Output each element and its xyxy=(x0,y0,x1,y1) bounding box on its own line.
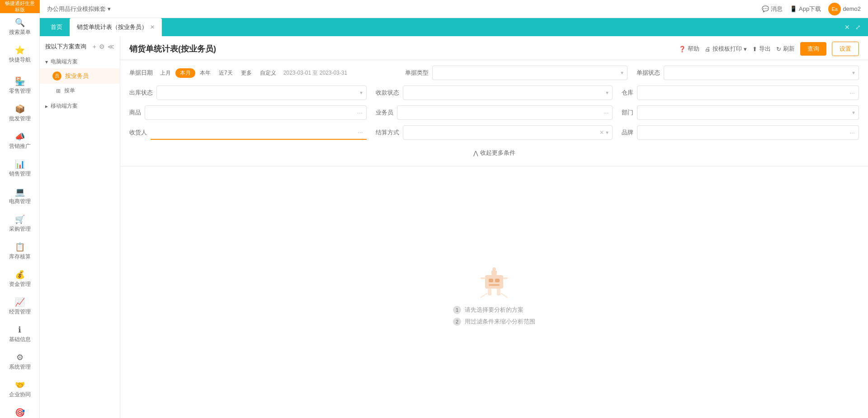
user-profile[interactable]: Ea demo2 xyxy=(828,3,861,15)
salesperson-dots[interactable]: ··· xyxy=(604,109,609,116)
app-download-btn[interactable]: 📱 App下载 xyxy=(790,5,821,13)
date-tabs: 上月 本月 本年 近7天 更多 自定义 xyxy=(156,68,280,78)
doc-status-label: 单据状态 xyxy=(637,69,660,77)
settings-scheme-icon[interactable]: ⚙ xyxy=(99,43,105,50)
sidebar-item-wholesale[interactable]: 📦 批发管理 xyxy=(0,100,39,127)
topbar: 办公用品行业模拟账套 ▾ 💬 消息 📱 App下载 Ea demo2 xyxy=(40,0,868,18)
filter-item-settlement: 结算方式 ✕ ▾ xyxy=(376,125,613,140)
app-download-icon: 📱 xyxy=(790,5,797,12)
export-btn[interactable]: ⬆ 导出 xyxy=(752,45,771,53)
collapse-up-icon: ⋀ xyxy=(473,150,478,157)
warehouse-control[interactable]: ··· xyxy=(637,86,859,100)
message-icon: 💬 xyxy=(762,5,769,12)
sidebar-item-label: 库存核算 xyxy=(9,253,31,261)
brand-control[interactable]: ··· xyxy=(637,125,859,140)
maximize-btn[interactable]: ✕ ⤢ xyxy=(841,24,864,31)
query-btn[interactable]: 查询 xyxy=(800,42,826,56)
sidebar-item-system[interactable]: ⚙ 系统管理 xyxy=(0,348,39,375)
page-header: 销货单统计表(按业务员) ❓ 帮助 🖨 按模板打印 ▾ ⬆ 导出 xyxy=(120,36,868,60)
sidebar-item-marketing[interactable]: 📣 营销推广 xyxy=(0,127,39,155)
date-tab-this-month[interactable]: 本月 xyxy=(175,68,195,78)
basic-info-icon: ℹ xyxy=(18,325,21,335)
sidebar-item-purchase[interactable]: 🛒 采购管理 xyxy=(0,210,39,238)
svg-rect-1 xyxy=(489,279,493,282)
sidebar-item-sales[interactable]: 📊 销售管理 xyxy=(0,155,39,182)
collapse-filters-btn[interactable]: ⋀ 收起更多条件 xyxy=(129,145,859,161)
sidebar-item-finance[interactable]: 💰 资金管理 xyxy=(0,265,39,293)
sidebar-item-retail[interactable]: 🏪 零售管理 xyxy=(0,72,39,100)
settlement-chevron: ▾ xyxy=(606,129,609,136)
filter-item-department: 部门 ▾ xyxy=(622,105,859,120)
breadcrumb-dropdown[interactable]: 办公用品行业模拟账套 ▾ xyxy=(47,5,111,13)
print-btn[interactable]: 🖨 按模板打印 ▾ xyxy=(705,45,747,53)
date-tab-7days[interactable]: 近7天 xyxy=(215,68,236,78)
collapse-panel-icon[interactable]: ≪ xyxy=(108,43,114,50)
sidebar-item-label: 营销推广 xyxy=(9,142,31,150)
logo[interactable]: 畅捷通好生意 标版 xyxy=(0,0,40,13)
tab-sales-stat[interactable]: 销货单统计表（按业务员） ✕ xyxy=(70,18,162,36)
inventory-icon: 📋 xyxy=(15,242,25,252)
filter-row-1: 单据日期 上月 本月 本年 近7天 更多 自定义 2023-03-01 至 20… xyxy=(129,66,859,80)
filter-area: 单据日期 上月 本月 本年 近7天 更多 自定义 2023-03-01 至 20… xyxy=(120,60,868,166)
settings-btn[interactable]: 设置 xyxy=(832,42,859,56)
receiver-control[interactable]: ··· xyxy=(151,125,367,140)
sidebar-item-newuser[interactable]: 🎯 新手引导 xyxy=(0,403,39,418)
sidebar: 畅捷通好生意 标版 🔍 搜索菜单 ⭐ 快捷导航 🏪 零售管理 📦 批发管理 📣 … xyxy=(0,0,40,418)
marketing-icon: 📣 xyxy=(15,132,25,142)
product-dots[interactable]: ··· xyxy=(357,109,363,116)
empty-state: 1 请先选择要分析的方案 2 用过滤条件来缩小分析范围 xyxy=(120,166,868,418)
robot-icon xyxy=(472,259,517,304)
pc-scheme-header[interactable]: ▾ 电脑端方案 xyxy=(40,55,120,68)
stock-status-label: 出库状态 xyxy=(129,89,153,97)
scheme-item-salesperson[interactable]: 员 按业务员 xyxy=(40,68,120,84)
sidebar-item-collab[interactable]: 🤝 企业协同 xyxy=(0,375,39,403)
date-label: 单据日期 xyxy=(129,69,153,77)
product-label: 商品 xyxy=(129,109,141,117)
stock-status-control[interactable]: ▾ xyxy=(156,86,367,100)
breadcrumb-text: 办公用品行业模拟账套 xyxy=(47,5,106,13)
date-tab-last-month[interactable]: 上月 xyxy=(156,68,175,78)
settlement-label: 结算方式 xyxy=(376,128,399,137)
logo-text: 畅捷通好生意 xyxy=(5,0,35,6)
sidebar-item-inventory[interactable]: 📋 库存核算 xyxy=(0,238,39,265)
page-actions: ❓ 帮助 🖨 按模板打印 ▾ ⬆ 导出 ↻ 刷新 xyxy=(679,42,859,56)
sidebar-item-quicknav[interactable]: ⭐ 快捷导航 xyxy=(0,41,39,68)
empty-illustration xyxy=(472,259,517,306)
settlement-control[interactable]: ✕ ▾ xyxy=(403,125,613,140)
payment-status-control[interactable]: ▾ xyxy=(403,86,613,100)
help-btn[interactable]: ❓ 帮助 xyxy=(679,45,699,53)
product-control[interactable]: ··· xyxy=(145,105,367,120)
export-icon: ⬆ xyxy=(752,46,757,52)
receiver-dots[interactable]: ··· xyxy=(358,128,363,136)
doc-type-chevron: ▾ xyxy=(621,70,623,76)
brand-dots[interactable]: ··· xyxy=(849,129,855,136)
topbar-right: 💬 消息 📱 App下载 Ea demo2 xyxy=(762,3,861,15)
filter-item-salesperson: 业务员 ··· xyxy=(376,105,613,120)
salesperson-control[interactable]: ··· xyxy=(397,105,613,120)
tab-home[interactable]: 首页 xyxy=(43,18,70,36)
refresh-btn[interactable]: ↻ 刷新 xyxy=(776,45,795,53)
step-2-num: 2 xyxy=(453,318,461,326)
scheme-subitem-order[interactable]: ⊞ 按单 xyxy=(40,84,120,98)
sidebar-item-label: 零售管理 xyxy=(9,87,31,95)
help-label: 帮助 xyxy=(688,45,699,53)
receiver-label: 收货人 xyxy=(129,128,147,137)
warehouse-dots[interactable]: ··· xyxy=(849,89,855,96)
settlement-clear-icon[interactable]: ✕ xyxy=(599,129,604,136)
message-btn[interactable]: 💬 消息 xyxy=(762,5,783,13)
date-tab-more[interactable]: 更多 xyxy=(237,68,255,78)
date-tab-this-year[interactable]: 本年 xyxy=(196,68,214,78)
sidebar-item-basic-info[interactable]: ℹ 基础信息 xyxy=(0,320,39,348)
sidebar-item-search[interactable]: 🔍 搜索菜单 xyxy=(0,13,39,41)
svg-rect-2 xyxy=(495,279,500,282)
sidebar-item-ecommerce[interactable]: 💻 电商管理 xyxy=(0,182,39,210)
department-control[interactable]: ▾ xyxy=(637,105,859,120)
svg-rect-7 xyxy=(503,277,508,279)
doc-status-control[interactable]: ▾ xyxy=(664,66,859,80)
tab-close-btn[interactable]: ✕ xyxy=(150,24,155,30)
doc-type-control[interactable]: ▾ xyxy=(432,66,627,80)
add-scheme-icon[interactable]: + xyxy=(93,43,96,50)
mobile-scheme-header[interactable]: ▸ 移动端方案 xyxy=(40,100,120,113)
sidebar-item-operations[interactable]: 📈 经营管理 xyxy=(0,293,39,320)
date-tab-custom[interactable]: 自定义 xyxy=(256,68,280,78)
